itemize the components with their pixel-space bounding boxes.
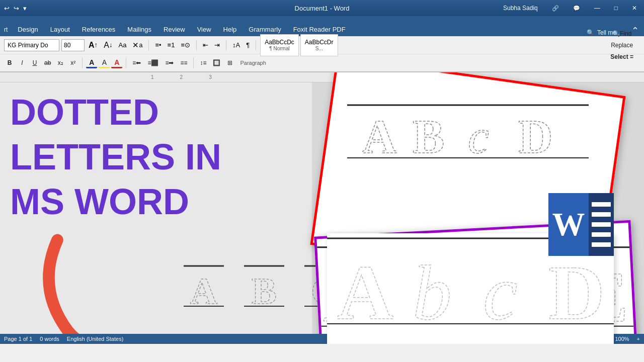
style-normal-sub: ¶ Normal [269, 46, 289, 51]
doc-red-letters-row1: A B c D [347, 100, 589, 165]
style-s-sub: S... [315, 46, 323, 51]
title-line1: DOTTED [10, 93, 302, 132]
list-ordered-button[interactable]: ≡1 [166, 39, 177, 51]
word-logo-line2 [592, 212, 611, 217]
decrease-indent-button[interactable]: ⇤ [201, 39, 210, 51]
find-button[interactable]: 🔍 Find [608, 28, 636, 39]
minimize-button[interactable]: — [587, 0, 607, 16]
italic-button[interactable]: I [17, 57, 28, 68]
svg-text:D: D [548, 249, 605, 336]
undo-icon[interactable]: ↩ [4, 5, 10, 12]
word-logo-letter: W [552, 206, 585, 243]
sort-button[interactable]: ↕A [230, 39, 242, 51]
align-right-button[interactable]: ≡➡ [163, 57, 176, 68]
ribbon-font-row: A↑ A↓ Aa ✕a ≡• ≡1 ≡⊙ ⇤ ⇥ ↕A ¶ AaBbCcDc ¶… [0, 36, 644, 54]
line-spacing-button[interactable]: ↕≡ [197, 57, 209, 68]
align-center-button[interactable]: ≡⬛ [145, 57, 161, 68]
font-name-input[interactable] [4, 39, 59, 51]
user-name: Subha Sadiq [496, 0, 545, 16]
quick-access-dropdown[interactable]: ▾ [23, 5, 27, 12]
highlight-button[interactable]: A [99, 57, 110, 68]
subscript-button[interactable]: x₂ [55, 57, 66, 68]
bold-button[interactable]: B [4, 57, 15, 68]
styles-group: AaBbCcDc ¶ Normal AaBbCcDr S... [260, 34, 338, 56]
justify-button[interactable]: ≡≡ [178, 57, 190, 68]
title-line3: MS WORD [10, 182, 302, 222]
sep2 [196, 40, 197, 51]
svg-text:A: A [337, 249, 393, 336]
comments-icon[interactable]: 💬 [566, 0, 587, 16]
share-icon[interactable]: 🔗 [545, 0, 566, 16]
page-info: Page 1 of 1 [4, 336, 32, 342]
borders-button[interactable]: ⊞ [224, 57, 235, 68]
style-normal-text: AaBbCcDc [265, 39, 294, 46]
ruler: 1 2 3 [0, 72, 644, 82]
clear-format-button[interactable]: ✕a [130, 39, 144, 51]
tab-help[interactable]: Help [217, 23, 243, 36]
ribbon-tabs: rt Design Layout References Mailings Rev… [0, 16, 644, 36]
titlebar: ↩ ↪ ▾ Document1 - Word Subha Sadiq 🔗 💬 —… [0, 0, 644, 16]
preview-letter-B: B [242, 258, 287, 314]
paragraph-label: Paragraph [240, 60, 266, 66]
font-size-input[interactable] [61, 39, 85, 51]
underline-button[interactable]: U [29, 57, 40, 68]
svg-text:c: c [483, 249, 518, 336]
replace-button[interactable]: Replace [608, 40, 636, 51]
curved-arrow-icon [25, 223, 186, 344]
strikethrough-button[interactable]: ab [42, 57, 53, 68]
list-unordered-button[interactable]: ≡• [153, 39, 163, 51]
close-button[interactable]: ✕ [625, 0, 644, 16]
grow-font-button[interactable]: A↑ [87, 39, 100, 51]
tab-home-partial[interactable]: rt [0, 23, 12, 36]
svg-text:A: A [362, 110, 397, 163]
ruler-mark-3: 3 [209, 74, 212, 80]
font-color-button[interactable]: A [86, 57, 97, 68]
tab-review[interactable]: Review [157, 23, 191, 36]
word-logo-line4 [592, 232, 611, 237]
window-title: Document1 - Word [295, 5, 350, 12]
shrink-font-button[interactable]: A↓ [102, 39, 114, 51]
tab-layout[interactable]: Layout [44, 23, 76, 36]
sep7 [193, 57, 194, 68]
tab-mailings[interactable]: Mailings [121, 23, 157, 36]
increase-indent-button[interactable]: ⇥ [212, 39, 222, 51]
tab-references[interactable]: References [76, 23, 121, 36]
change-case-button[interactable]: Aa [117, 39, 129, 51]
right-panel: A B c D A b c D E [292, 82, 644, 344]
preview-letter-A: A [181, 258, 226, 314]
word-logo-line3 [592, 222, 611, 227]
font-color2-button[interactable]: A [111, 57, 122, 68]
ruler-mark-1: 1 [151, 74, 154, 80]
style-s[interactable]: AaBbCcDr S... [300, 34, 338, 56]
tab-design[interactable]: Design [12, 23, 44, 36]
tab-view[interactable]: View [191, 23, 217, 36]
show-formatting-button[interactable]: ¶ [244, 39, 252, 51]
style-normal[interactable]: AaBbCcDc ¶ Normal [260, 34, 299, 56]
list-multilevel-button[interactable]: ≡⊙ [179, 39, 192, 51]
word-logo-line1 [592, 202, 611, 207]
language: English (United States) [67, 336, 124, 342]
sep4 [256, 40, 256, 51]
zoom-in-button[interactable]: + [637, 336, 640, 342]
left-panel: DOTTED LETTERS IN MS WORD A B [0, 82, 312, 344]
title-line2: LETTERS IN [10, 137, 302, 177]
sep3 [226, 40, 226, 51]
sep6 [126, 57, 126, 68]
quick-access-toolbar: ↩ ↪ ▾ [0, 0, 27, 16]
select-button[interactable]: Select = [608, 51, 636, 62]
sep1 [148, 40, 149, 51]
svg-text:A: A [190, 270, 217, 312]
redo-icon[interactable]: ↪ [14, 5, 19, 12]
ribbon-format-row: B I U ab x₂ x² A A A ≡⬅ ≡⬛ ≡➡ ≡≡ ↕≡ 🔲 ⊞ … [0, 54, 644, 72]
shading-button[interactable]: 🔲 [210, 57, 223, 68]
window-controls: Subha Sadiq 🔗 💬 — □ ✕ [496, 0, 644, 16]
zoom-level: 100% [615, 336, 629, 342]
align-left-button[interactable]: ≡⬅ [130, 57, 143, 68]
word-logo: W [548, 193, 614, 256]
search-icon: 🔍 [587, 29, 594, 36]
main-content: 1 2 3 DOTTED LETTERS IN MS WORD A B [0, 72, 644, 344]
maximize-button[interactable]: □ [607, 0, 625, 16]
svg-text:D: D [518, 110, 553, 163]
style-s-text: AaBbCcDr [305, 39, 334, 46]
superscript-button[interactable]: x² [67, 57, 78, 68]
